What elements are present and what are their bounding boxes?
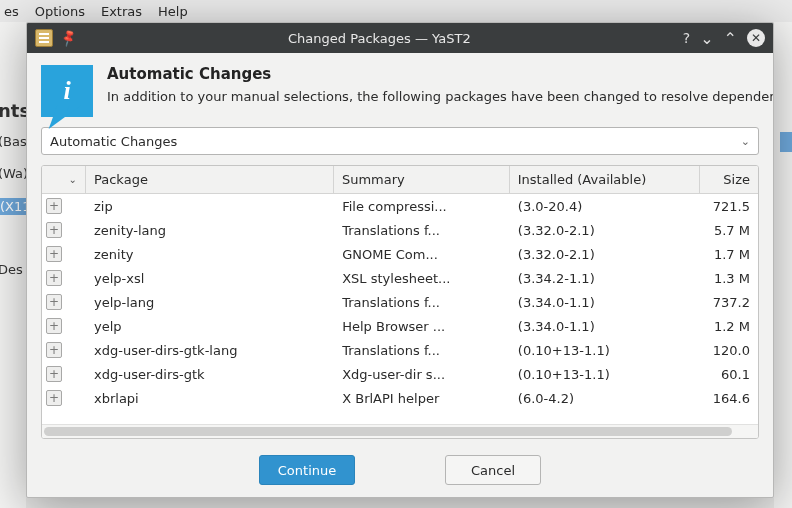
cell-summary: Help Browser ... [334, 319, 510, 334]
cell-size: 1.3 M [700, 271, 758, 286]
cell-size: 721.5 [700, 199, 758, 214]
install-status-icon[interactable]: + [46, 222, 62, 238]
cell-installed: (3.32.0-2.1) [510, 247, 700, 262]
cell-size: 60.1 [700, 367, 758, 382]
cell-summary: X BrlAPI helper [334, 391, 510, 406]
cell-installed: (3.34.0-1.1) [510, 319, 700, 334]
cell-package: xdg-user-dirs-gtk [86, 367, 334, 382]
table-row[interactable]: +yelp-xslXSL stylesheet...(3.34.2-1.1)1.… [42, 266, 758, 290]
table-row[interactable]: +xdg-user-dirs-gtk-langTranslations f...… [42, 338, 758, 362]
continue-button[interactable]: Continue [259, 455, 355, 485]
app-icon [35, 29, 53, 47]
col-summary[interactable]: Summary [334, 166, 510, 193]
cell-installed: (0.10+13-1.1) [510, 343, 700, 358]
install-status-icon[interactable]: + [46, 198, 62, 214]
cell-package: xdg-user-dirs-gtk-lang [86, 343, 334, 358]
bg-item: (Wa) [0, 166, 28, 181]
install-status-icon[interactable]: + [46, 342, 62, 358]
menu-item[interactable]: Help [158, 4, 188, 19]
table-row[interactable]: +zenity-langTranslations f...(3.32.0-2.1… [42, 218, 758, 242]
install-status-icon[interactable]: + [46, 294, 62, 310]
cell-summary: Translations f... [334, 343, 510, 358]
cell-package: zip [86, 199, 334, 214]
main-menubar[interactable]: es Options Extras Help [0, 0, 792, 22]
cell-installed: (3.0-20.4) [510, 199, 700, 214]
minimize-icon[interactable]: ⌄ [700, 29, 713, 48]
cell-size: 164.6 [700, 391, 758, 406]
bg-item: Des [0, 262, 23, 277]
cell-summary: Translations f... [334, 295, 510, 310]
col-installed[interactable]: Installed (Available) [510, 166, 700, 193]
table-row[interactable]: +yelpHelp Browser ...(3.34.0-1.1)1.2 M [42, 314, 758, 338]
cell-size: 1.7 M [700, 247, 758, 262]
cell-installed: (3.34.0-1.1) [510, 295, 700, 310]
table-header[interactable]: ⌄ Package Summary Installed (Available) … [42, 166, 758, 194]
close-icon[interactable]: ✕ [747, 29, 765, 47]
table-row[interactable]: +zenityGNOME Com...(3.32.0-2.1)1.7 M [42, 242, 758, 266]
bg-stripe [780, 132, 792, 152]
install-status-icon[interactable]: + [46, 318, 62, 334]
help-icon[interactable]: ? [683, 30, 690, 46]
table-body: +zipFile compressi...(3.0-20.4)721.5 +ze… [42, 194, 758, 424]
cell-summary: GNOME Com... [334, 247, 510, 262]
cell-installed: (3.34.2-1.1) [510, 271, 700, 286]
cell-installed: (0.10+13-1.1) [510, 367, 700, 382]
cell-package: yelp [86, 319, 334, 334]
changes-category-select[interactable]: Automatic Changes ⌄ [41, 127, 759, 155]
menu-item[interactable]: Extras [101, 4, 142, 19]
cell-size: 120.0 [700, 343, 758, 358]
select-value: Automatic Changes [50, 134, 177, 149]
pin-icon[interactable]: 📌 [59, 28, 79, 48]
cell-installed: (3.32.0-2.1) [510, 223, 700, 238]
cell-package: zenity-lang [86, 223, 334, 238]
cell-package: zenity [86, 247, 334, 262]
dialog-heading: Automatic Changes [107, 65, 773, 83]
cell-summary: Translations f... [334, 223, 510, 238]
window-title: Changed Packages — YaST2 [84, 31, 675, 46]
cell-package: yelp-lang [86, 295, 334, 310]
cell-size: 1.2 M [700, 319, 758, 334]
cell-summary: XSL stylesheet... [334, 271, 510, 286]
cancel-button[interactable]: Cancel [445, 455, 541, 485]
chevron-down-icon: ⌄ [741, 135, 750, 148]
col-size[interactable]: Size [700, 166, 758, 193]
table-row[interactable]: +xbrlapiX BrlAPI helper(6.0-4.2)164.6 [42, 386, 758, 410]
background-sidebar: nts (Bas (Wa) (X11) Des [0, 22, 26, 508]
table-row[interactable]: +xdg-user-dirs-gtkXdg-user-dir s...(0.10… [42, 362, 758, 386]
cell-size: 737.2 [700, 295, 758, 310]
cell-installed: (6.0-4.2) [510, 391, 700, 406]
maximize-icon[interactable]: ⌃ [724, 29, 737, 48]
cell-size: 5.7 M [700, 223, 758, 238]
menu-item[interactable]: Options [35, 4, 85, 19]
cell-summary: Xdg-user-dir s... [334, 367, 510, 382]
cell-package: yelp-xsl [86, 271, 334, 286]
bg-item: (Bas [0, 134, 27, 149]
install-status-icon[interactable]: + [46, 270, 62, 286]
background-right [774, 22, 792, 508]
cell-summary: File compressi... [334, 199, 510, 214]
info-icon: i [41, 65, 93, 117]
cell-package: xbrlapi [86, 391, 334, 406]
install-status-icon[interactable]: + [46, 246, 62, 262]
horizontal-scrollbar[interactable] [42, 424, 758, 438]
install-status-icon[interactable]: + [46, 366, 62, 382]
col-status[interactable]: ⌄ [42, 166, 86, 193]
changed-packages-dialog: 📌 Changed Packages — YaST2 ? ⌄ ⌃ ✕ i Aut… [26, 22, 774, 498]
table-row[interactable]: +yelp-langTranslations f...(3.34.0-1.1)7… [42, 290, 758, 314]
scrollbar-thumb[interactable] [44, 427, 732, 436]
menu-item[interactable]: es [4, 4, 19, 19]
dialog-description: In addition to your manual selections, t… [107, 89, 773, 104]
titlebar[interactable]: 📌 Changed Packages — YaST2 ? ⌄ ⌃ ✕ [27, 23, 773, 53]
chevron-down-icon: ⌄ [69, 174, 77, 185]
table-row[interactable]: +zipFile compressi...(3.0-20.4)721.5 [42, 194, 758, 218]
install-status-icon[interactable]: + [46, 390, 62, 406]
packages-table: ⌄ Package Summary Installed (Available) … [41, 165, 759, 439]
col-package[interactable]: Package [86, 166, 334, 193]
